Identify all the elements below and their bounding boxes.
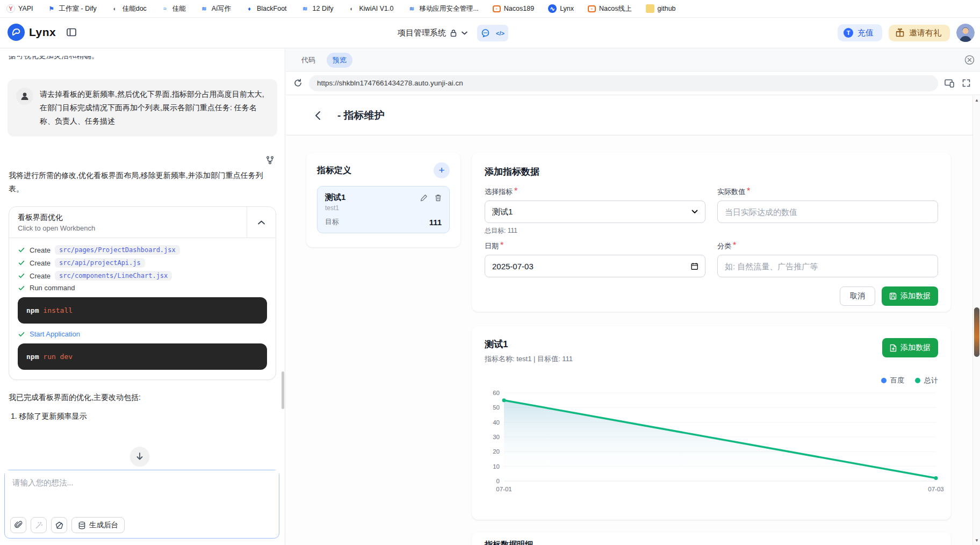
bookmark-item[interactable]: github (646, 4, 676, 13)
project-name[interactable]: 项目管理系统 (398, 28, 446, 38)
arrow-down-icon (136, 452, 143, 461)
bookmark-item[interactable]: ◐KiwiAI V1.0 (347, 4, 393, 13)
workbench-open-area[interactable]: 看板界面优化 Click to open Workbench (9, 207, 247, 238)
bookmark-item[interactable]: ⚑工作室 - Dify (47, 4, 97, 13)
bookmark-item[interactable]: ≈佳能 (161, 4, 186, 13)
bookmark-item[interactable]: -Nacos189 (493, 5, 534, 12)
scrollbar-up-arrow[interactable]: ▲ (973, 98, 980, 103)
bookmark-label: github (658, 5, 676, 12)
lock-icon (450, 29, 457, 37)
chevron-down-icon[interactable] (461, 31, 468, 35)
legend-item: 百度 (881, 376, 904, 385)
bookmark-item[interactable]: ◐佳能doc (111, 4, 147, 13)
page-title: - 指标维护 (337, 109, 385, 123)
data-detail-title: 指标数据明细 (485, 540, 938, 545)
device-toggle-icon[interactable] (945, 79, 954, 88)
bookmark-label: 佳能doc (122, 4, 147, 13)
chat-panel: 据可视化更加灵活和精确。 请去掉看板的更新频率,然后优化下界面,指标部分占用高度… (0, 49, 285, 545)
preview-panel: 代码 预览 - 指标维护 (286, 49, 980, 545)
dify-flag-favicon: ⚑ (47, 4, 56, 13)
add-metric-data-card: 添加指标数据 选择指标* 测试1 实际数值* 总目标: 111 (472, 153, 951, 312)
category-input[interactable] (725, 262, 931, 271)
scroll-to-bottom-button[interactable] (130, 447, 149, 466)
url-bar[interactable] (309, 75, 938, 91)
database-icon (78, 521, 86, 529)
metric-name: 测试1 (325, 192, 420, 203)
code-view-icon[interactable]: </> (493, 26, 507, 40)
tab-code[interactable]: 代码 (296, 53, 321, 68)
metric-chart-card: 测试1 指标名称: test1 | 目标值: 111 添加数据 百度总计 010… (472, 326, 951, 520)
cancel-button[interactable]: 取消 (840, 286, 875, 306)
chart-legend: 百度总计 (485, 376, 938, 385)
workbench-subtitle: Click to open Workbench (18, 224, 238, 232)
attach-button[interactable] (10, 517, 26, 533)
file-chip[interactable]: src/pages/ProjectDashboard.jsx (55, 245, 180, 255)
chart-add-data-button[interactable]: 添加数据 (882, 338, 938, 357)
actual-value-input[interactable] (725, 207, 931, 217)
metric-select[interactable]: 测试1 (485, 200, 705, 223)
preview-scrollbar-thumb[interactable] (974, 307, 979, 357)
svg-text:50: 50 (493, 404, 500, 411)
bookmark-item[interactable]: ♦BlackFoot (245, 4, 287, 13)
bookmark-item[interactable]: YYAPI (6, 4, 33, 13)
date-input[interactable] (485, 255, 705, 277)
url-input[interactable] (317, 79, 930, 87)
file-chip[interactable]: src/components/LineChart.jsx (55, 271, 172, 281)
step-label: Create (30, 259, 51, 267)
legend-dot-icon (881, 378, 887, 383)
close-preview-icon[interactable] (964, 55, 975, 65)
check-icon (18, 331, 25, 338)
bookmark-item[interactable]: ∿Lynx (548, 4, 574, 13)
fullscreen-icon[interactable] (962, 79, 970, 87)
workbench-step: Createsrc/components/LineChart.jsx (18, 271, 267, 281)
scrollbar-down-arrow[interactable]: ▼ (973, 538, 980, 543)
lynx-logo-icon[interactable] (8, 24, 25, 41)
workbench-card: 看板界面优化 Click to open Workbench Createsrc… (9, 206, 276, 380)
step-label: Create (30, 246, 51, 254)
refresh-icon[interactable] (293, 78, 302, 88)
metric-item[interactable]: 测试1 test1 目标 111 (317, 186, 450, 233)
bookmark-label: KiwiAI V1.0 (359, 5, 393, 12)
user-avatar[interactable] (956, 24, 975, 42)
branch-icon[interactable] (266, 156, 274, 164)
bookmarks-bar: YYAPI⚑工作室 - Dify◐佳能doc≈佳能≋Ai写作♦BlackFoot… (0, 0, 980, 18)
select-metric-label: 选择指标 (485, 188, 513, 196)
metric-definition-card: 指标定义 + 测试1 test1 目标 (306, 153, 460, 247)
bookmark-item[interactable]: -Nacos线上 (588, 4, 631, 13)
total-goal-hint: 总目标: 111 (485, 226, 705, 235)
recharge-button[interactable]: T 充值 (838, 24, 882, 41)
select-chevron-icon (691, 210, 698, 214)
tab-preview[interactable]: 预览 (327, 53, 352, 68)
sidebar-toggle-icon[interactable] (67, 28, 77, 37)
workbench-step: Createsrc/api/projectApi.js (18, 258, 267, 268)
app-header: Lynx 项目管理系统 </> T 充值 邀请有礼 (0, 18, 980, 48)
calendar-icon (691, 262, 698, 270)
generate-backend-button[interactable]: 生成后台 (71, 517, 125, 533)
bookmark-label: Nacos线上 (599, 4, 631, 13)
bookmark-item[interactable]: ≋12 Dify (301, 4, 334, 13)
chat-view-icon[interactable] (478, 26, 492, 40)
collapse-button[interactable] (247, 207, 276, 238)
delete-trash-icon[interactable] (435, 194, 442, 202)
bookmark-item[interactable]: ≋移动应用安全管理... (407, 4, 478, 13)
chat-scrollbar-thumb[interactable] (282, 371, 284, 409)
check-icon (18, 272, 25, 279)
svg-text:40: 40 (493, 419, 500, 426)
submit-add-data-button[interactable]: 添加数据 (882, 286, 938, 306)
magic-wand-icon (35, 521, 43, 529)
edit-pencil-icon[interactable] (420, 194, 428, 202)
chat-input[interactable] (5, 470, 279, 509)
stop-button[interactable] (51, 517, 67, 533)
bookmark-label: 移动应用安全管理... (419, 4, 478, 13)
svg-text:07-03: 07-03 (928, 486, 943, 492)
start-application-link[interactable]: Start Application (30, 330, 80, 338)
file-chip[interactable]: src/api/projectApi.js (55, 258, 145, 268)
bookmark-item[interactable]: ≋Ai写作 (200, 4, 231, 13)
file-favicon (646, 4, 654, 13)
enhance-button[interactable] (31, 517, 47, 533)
bookmark-label: YAPI (18, 5, 33, 12)
user-message-text: 请去掉看板的更新频率,然后优化下界面,指标部分占用高度目前太大,在部门目标完成情… (40, 88, 269, 128)
back-chevron-icon[interactable] (314, 110, 321, 121)
add-metric-button[interactable]: + (434, 162, 450, 178)
invite-button[interactable]: 邀请有礼 (889, 25, 950, 41)
